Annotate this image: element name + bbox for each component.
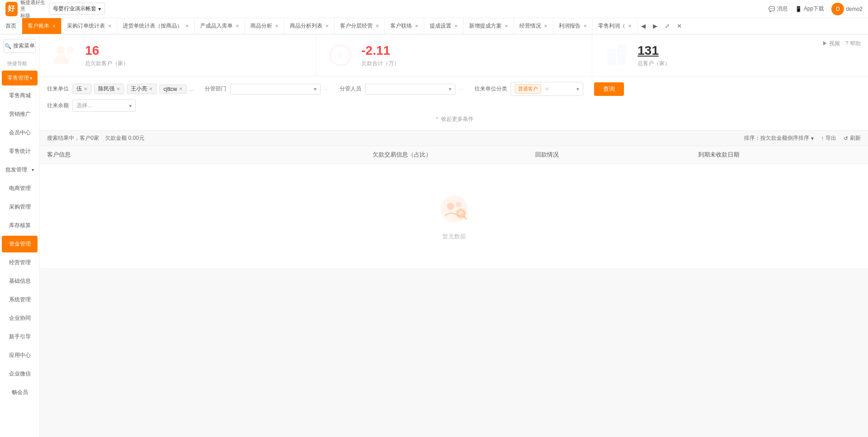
- tab-promote-settings[interactable]: 提成设置 ✕: [424, 18, 464, 34]
- results-bar: 搜索结果中，客户0家 欠款金额 0.00元 排序：按欠款金额倒序排序 ▾ ↑ 导…: [40, 131, 868, 146]
- total-count-label: 总客户（家）: [638, 60, 857, 67]
- video-btn[interactable]: ▶ 视频: [822, 40, 840, 48]
- sidebar-item-app-center[interactable]: 应用中心: [2, 347, 38, 364]
- tab-close-icon[interactable]: ✕: [504, 24, 508, 28]
- message-btn[interactable]: 💬 消息: [768, 5, 788, 13]
- sidebar-item-basic-info[interactable]: 基础信息: [2, 273, 38, 290]
- sidebar-item-enterprise-coop[interactable]: 企业协同: [2, 310, 38, 327]
- tab-biz-status[interactable]: 经营情况 ✕: [514, 18, 553, 34]
- tab-close-icon[interactable]: ✕: [375, 24, 379, 28]
- remove-tag-chenminqiang[interactable]: ✕: [116, 86, 120, 91]
- chevron-down-icon: ▾: [811, 135, 814, 142]
- remove-tag-wu[interactable]: ✕: [84, 86, 87, 91]
- filter-row-1: 往来单位 伍 ✕ 陈民强 ✕ 王小亮 ✕ cjttcw: [47, 82, 861, 96]
- unit-class-filter-label: 往来单位分类: [475, 85, 507, 93]
- tab-nav-next[interactable]: ▶: [649, 18, 661, 34]
- sidebar-item-retail-mall[interactable]: 零售商城: [2, 87, 38, 104]
- help-btn[interactable]: ? 帮助: [845, 40, 861, 48]
- search-menu-btn[interactable]: 🔍 搜索菜单: [4, 39, 36, 53]
- sidebar-item-vip-member[interactable]: 畅会员: [2, 384, 38, 401]
- tab-close-icon[interactable]: ✕: [544, 24, 547, 28]
- tab-purchase-stats[interactable]: 进货单统计表（按商品） ✕: [117, 18, 195, 34]
- filter-tag-wangxiaoliang: 王小亮 ✕: [127, 84, 157, 94]
- svg-rect-13: [623, 52, 624, 54]
- tab-product-analysis-list[interactable]: 商品分析列表 ✕: [284, 18, 335, 34]
- refresh-icon: ↺: [844, 135, 848, 142]
- person-select[interactable]: ▾: [365, 84, 456, 95]
- tab-close-icon[interactable]: ✕: [108, 24, 111, 28]
- tab-close-icon[interactable]: ✕: [185, 24, 189, 28]
- svg-point-15: [447, 203, 454, 210]
- export-btn[interactable]: ↑ 导出: [821, 134, 836, 142]
- sidebar-item-quick-nav[interactable]: 快捷导航: [2, 58, 38, 69]
- dept-select[interactable]: ▾: [230, 84, 321, 95]
- more-tags-btn[interactable]: ...: [189, 86, 194, 92]
- store-selector[interactable]: 母婴行业演示帐套 ▾: [49, 3, 105, 15]
- data-table: 客户信息 欠款交易信息（占比） 回款情况 到期未收款日期: [40, 146, 868, 268]
- tab-purchase-order[interactable]: 采购订单统计表 ✕: [62, 18, 117, 34]
- stat-total-debt: ¥ -2.11 欠款合计（万）: [316, 34, 592, 76]
- tab-maximize[interactable]: ⤢: [661, 18, 673, 34]
- collapse-filters-btn[interactable]: ⌃ 收起更多条件: [47, 115, 861, 123]
- tab-product-analysis[interactable]: 商品分析 ✕: [245, 18, 284, 34]
- sidebar-item-capital-mgmt[interactable]: 资金管理: [2, 236, 38, 252]
- unit-class-select[interactable]: 普通客户 ✕ ▾: [511, 82, 583, 96]
- tab-close-icon[interactable]: ✕: [583, 24, 587, 28]
- chevron-down-icon: ▾: [32, 167, 34, 172]
- search-icon: 🔍: [5, 43, 11, 49]
- logo-area: 好 畅捷通好生意 标版: [5, 0, 45, 19]
- tab-customer-segment[interactable]: 客户分层经营 ✕: [335, 18, 385, 34]
- tab-new-promote[interactable]: 新增提成方案 ✕: [464, 18, 514, 34]
- query-button[interactable]: 查询: [594, 82, 624, 96]
- tab-close-icon[interactable]: ✕: [235, 24, 239, 28]
- person-filter-more[interactable]: ···: [459, 86, 464, 92]
- balance-select[interactable]: 选择... ▾: [72, 100, 136, 112]
- sidebar-item-inventory[interactable]: 库存核算: [2, 217, 38, 234]
- tab-customer-cost[interactable]: 客户账本 ✕: [22, 18, 62, 34]
- sidebar-item-purchase-mgmt[interactable]: 采购管理: [2, 199, 38, 215]
- tab-home[interactable]: 首页: [0, 18, 22, 34]
- svg-rect-8: [609, 55, 611, 57]
- user-profile-btn[interactable]: D demo2: [831, 3, 863, 15]
- logo-icon: 好: [5, 2, 18, 16]
- sidebar-item-enterprise-wechat[interactable]: 企业微信: [2, 366, 38, 382]
- refresh-btn[interactable]: ↺ 刷新: [844, 134, 861, 142]
- tab-close-icon[interactable]: ✕: [628, 24, 632, 28]
- building-icon: [603, 42, 630, 69]
- sidebar-item-retail-stats[interactable]: 零售统计: [2, 143, 38, 160]
- tab-close-icon[interactable]: ✕: [275, 24, 278, 28]
- dept-filter-more[interactable]: ···: [324, 86, 329, 92]
- sidebar-item-member-center[interactable]: 会员中心: [2, 124, 38, 141]
- export-icon: ↑: [821, 135, 824, 142]
- unit-filter-label: 往来单位: [47, 85, 69, 93]
- tab-nav-prev[interactable]: ◀: [638, 18, 649, 34]
- tab-close-icon[interactable]: ✕: [325, 24, 329, 28]
- remove-unit-class[interactable]: ✕: [545, 86, 549, 92]
- remove-tag-cjttcw[interactable]: ✕: [179, 86, 182, 91]
- sidebar-item-marketing[interactable]: 营销推广: [2, 106, 38, 123]
- tab-product-cost[interactable]: 产成品入库单 ✕: [195, 18, 245, 34]
- sidebar-item-wholesale-mgmt[interactable]: 批发管理 ▾: [2, 162, 38, 178]
- tab-customer-contact[interactable]: 客户联络 ✕: [385, 18, 424, 34]
- app-download-btn[interactable]: 📱 App下载: [795, 5, 824, 13]
- customers-icon: [51, 42, 78, 69]
- tab-profit-report[interactable]: 利润报告 ✕: [553, 18, 593, 34]
- svg-rect-5: [618, 45, 626, 65]
- svg-rect-7: [613, 51, 614, 53]
- download-icon: 📱: [795, 6, 802, 12]
- tab-close-icon[interactable]: ✕: [454, 24, 458, 28]
- remove-tag-wangxiaoliang[interactable]: ✕: [149, 86, 153, 91]
- sort-selector[interactable]: 排序：按欠款金额倒序排序 ▾: [744, 134, 814, 142]
- tab-close-icon[interactable]: ✕: [52, 24, 56, 28]
- sidebar-item-ecommerce[interactable]: 电商管理: [2, 180, 38, 197]
- sidebar-item-new-guide[interactable]: 新手引导: [2, 328, 38, 345]
- tab-close-all[interactable]: ✕: [673, 18, 686, 34]
- sidebar-item-system-mgmt[interactable]: 系统管理: [2, 291, 38, 308]
- tab-retail-profit[interactable]: 零售利润（ ✕: [593, 18, 638, 34]
- tab-bar: 首页 客户账本 ✕ 采购订单统计表 ✕ 进货单统计表（按商品） ✕ 产成品入库单…: [0, 18, 868, 34]
- balance-filter-label: 往来余额: [47, 102, 69, 109]
- sidebar-item-ops-mgmt[interactable]: 经营管理: [2, 254, 38, 271]
- stat-total-customers: 16 总欠款客户（家）: [40, 34, 316, 76]
- sidebar-item-retail-mgmt[interactable]: 零售管理 ▾: [2, 71, 38, 86]
- tab-close-icon[interactable]: ✕: [415, 24, 418, 28]
